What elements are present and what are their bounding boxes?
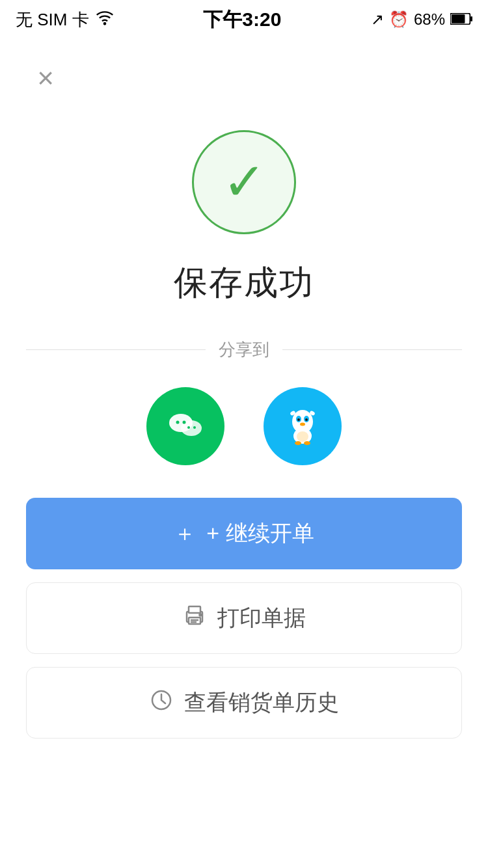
wifi-icon [96, 8, 114, 31]
buttons-section: ＋ + 继续开单 打印单据 [0, 498, 488, 739]
wechat-share-button[interactable] [146, 387, 224, 465]
svg-point-9 [193, 426, 196, 429]
svg-rect-23 [189, 606, 200, 613]
continue-button[interactable]: ＋ + 继续开单 [26, 498, 462, 569]
svg-point-27 [200, 614, 202, 616]
svg-point-7 [183, 421, 186, 424]
share-divider: 分享到 [26, 338, 462, 361]
qq-icon [280, 403, 325, 449]
success-circle: ✓ [192, 130, 296, 234]
status-left: 无 SIM 卡 [16, 8, 114, 31]
battery-text: 68% [414, 10, 445, 29]
continue-label: + 继续开单 [206, 519, 314, 549]
share-section: 分享到 [0, 338, 488, 465]
alarm-icon: ⏰ [389, 10, 409, 29]
status-time: 下午3:20 [203, 7, 281, 33]
svg-point-17 [297, 431, 308, 442]
carrier-text: 无 SIM 卡 [16, 8, 89, 31]
wechat-icon [163, 403, 208, 449]
svg-point-19 [304, 441, 310, 445]
printer-icon [182, 603, 207, 633]
main-content: ✓ 保存成功 分享到 [0, 117, 488, 765]
share-label: 分享到 [219, 338, 269, 361]
print-label: 打印单据 [217, 603, 306, 633]
status-right: ↗ ⏰ 68% [371, 10, 472, 29]
location-icon: ↗ [371, 10, 384, 29]
clock-icon [149, 688, 174, 718]
history-label: 查看销货单历史 [184, 688, 339, 718]
svg-rect-2 [470, 16, 472, 21]
checkmark-icon: ✓ [223, 156, 266, 208]
svg-point-13 [297, 418, 300, 421]
svg-point-0 [104, 23, 105, 24]
battery-icon [450, 10, 472, 29]
plus-icon: ＋ [174, 519, 196, 549]
qq-share-button[interactable] [264, 387, 342, 465]
svg-point-6 [176, 421, 180, 424]
svg-point-8 [187, 426, 190, 429]
svg-point-14 [305, 418, 308, 421]
print-button[interactable]: 打印单据 [26, 582, 462, 654]
status-bar: 无 SIM 卡 下午3:20 ↗ ⏰ 68% [0, 0, 488, 39]
close-button[interactable]: × [20, 52, 72, 104]
history-button[interactable]: 查看销货单历史 [26, 667, 462, 739]
svg-point-15 [300, 423, 305, 426]
close-icon: × [37, 64, 54, 92]
share-icons [26, 387, 462, 465]
success-title: 保存成功 [174, 260, 314, 306]
svg-point-18 [295, 441, 301, 445]
svg-rect-3 [452, 14, 465, 23]
